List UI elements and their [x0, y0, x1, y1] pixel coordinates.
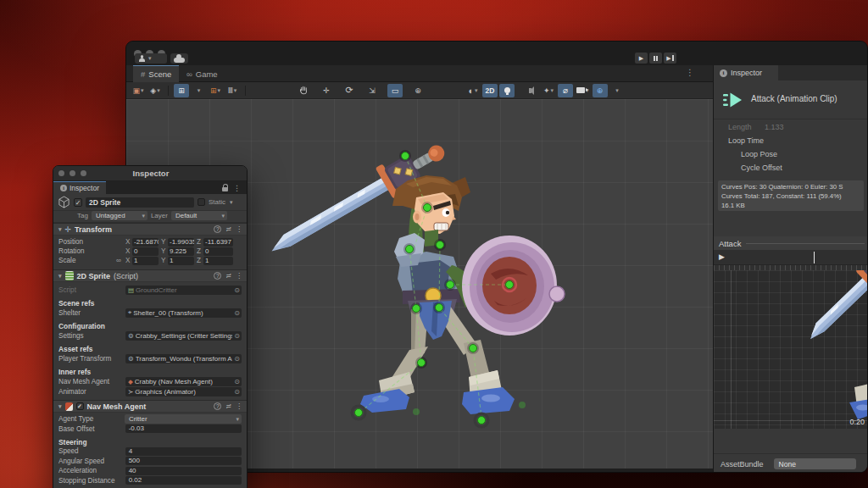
move-tool-button[interactable]: ✛: [319, 84, 334, 97]
account-button[interactable]: ▾: [135, 53, 167, 64]
play-button[interactable]: ▶: [635, 53, 648, 64]
cloud-services-button[interactable]: [170, 53, 188, 64]
stopping-distance-field[interactable]: 0.02: [125, 476, 242, 485]
transform-tool-button[interactable]: ⊕: [410, 84, 426, 97]
navmesh-ref-field[interactable]: ◆ Crabby (Nav Mesh Agent) ⊙: [125, 377, 242, 386]
render-mode-button[interactable]: ▣▾: [131, 84, 146, 97]
angular-speed-field[interactable]: 500: [125, 457, 242, 465]
script-field[interactable]: ▤ GroundCritter ⊙: [125, 286, 242, 295]
gizmos-button[interactable]: ⊕: [593, 84, 608, 97]
snap-increment-button[interactable]: Ⅲ▾: [225, 84, 240, 97]
scene-toolbar: ▣▾ ◈▾ ⊞ ▾ ⊞▾ Ⅲ▾ ✛ ⟳ ⇲ ▭ ⊕ ◐▾ 2D ✦▾ ⌀ ▾ ⊕…: [126, 82, 713, 99]
help-icon[interactable]: ?: [214, 225, 221, 233]
component-menu-icon[interactable]: ⋮: [236, 402, 242, 410]
layer-dropdown[interactable]: Default ▾: [171, 211, 227, 220]
object-picker-icon[interactable]: ⊙: [234, 355, 240, 363]
navmesh-component-header[interactable]: ▾ ✓ Nav Mesh Agent ? ≓ ⋮: [53, 400, 247, 413]
gameobject-cube-icon: [58, 196, 70, 208]
position-z-field[interactable]: -11.6397: [203, 238, 233, 247]
presets-icon[interactable]: ≓: [225, 272, 231, 280]
stopping-distance-row: Stopping Distance 0.02: [53, 476, 247, 486]
object-picker-icon[interactable]: ⊙: [234, 332, 240, 340]
scale-tool-icon: ⇲: [369, 86, 376, 95]
loop-pose-label[interactable]: Loop Pose: [741, 150, 777, 158]
loop-time-label[interactable]: Loop Time: [728, 136, 764, 145]
preview-play-button[interactable]: ▶: [719, 252, 725, 261]
tab-game[interactable]: ∞ Game: [179, 65, 225, 82]
foldout-icon[interactable]: ▾: [58, 273, 62, 280]
component-menu-icon[interactable]: ⋮: [236, 225, 242, 233]
base-offset-field[interactable]: -0.03: [125, 424, 242, 433]
chevron-down-icon[interactable]: ▾: [230, 199, 233, 206]
preview-header[interactable]: Attack: [714, 236, 868, 250]
player-transform-field[interactable]: ⚙ Transform_Wondu (Transform Ar ⊙: [125, 354, 242, 363]
object-picker-icon[interactable]: ⊙: [234, 378, 240, 385]
position-x-field[interactable]: -21.6870: [132, 238, 159, 247]
hand-tool-button[interactable]: [296, 84, 311, 97]
gizmos-options[interactable]: ▾: [609, 84, 625, 97]
cycle-offset-label[interactable]: Cycle Offset: [741, 164, 782, 172]
shading-mode-button[interactable]: ◐▾: [465, 84, 481, 97]
position-y-field[interactable]: -1.99035: [168, 238, 194, 247]
settings-field[interactable]: ⚙ Crabby_Settings (Critter Settings ⊙: [125, 331, 242, 341]
pause-button[interactable]: [649, 53, 662, 64]
scale-link-icon[interactable]: ∞: [116, 257, 125, 264]
agent-type-dropdown[interactable]: Critter ▾: [125, 414, 242, 424]
grid-snap-button[interactable]: ⊞: [174, 84, 189, 97]
chevron-down-icon: ▾: [218, 87, 221, 94]
active-checkbox[interactable]: ✓: [74, 198, 82, 207]
static-checkbox[interactable]: [198, 198, 205, 206]
pane-menu-icon[interactable]: ⋮: [686, 68, 694, 77]
tab-inspector[interactable]: i Inspector: [714, 65, 778, 80]
acceleration-field[interactable]: 40: [125, 467, 242, 475]
shelter-field[interactable]: ⌖ Shelter_00 (Transform) ⊙: [125, 308, 242, 318]
component-menu-icon[interactable]: ⋮: [236, 272, 242, 280]
speed-field[interactable]: 4: [125, 447, 242, 456]
animator-ref-field[interactable]: ≻ Graphics (Animator) ⊙: [125, 387, 242, 396]
scale-y-field[interactable]: 1: [168, 257, 194, 265]
settings-ref-icon: ⚙: [128, 332, 134, 340]
rotation-x-field[interactable]: 0: [132, 247, 159, 256]
scale-x-field[interactable]: 1: [132, 257, 159, 265]
preview-scrubber[interactable]: [814, 252, 815, 263]
help-icon[interactable]: ?: [214, 402, 221, 410]
lock-icon[interactable]: [222, 187, 228, 191]
grid-visibility-button[interactable]: ⊞▾: [208, 84, 223, 97]
tab-scene[interactable]: # Scene: [133, 65, 179, 82]
scene-visibility-button[interactable]: ⌀: [558, 84, 573, 97]
scene-audio-button[interactable]: [524, 84, 539, 97]
rotation-y-field[interactable]: 9.225: [168, 247, 194, 256]
preview-viewport[interactable]: 0:20: [714, 270, 868, 429]
rotate-tool-button[interactable]: ⟳: [342, 84, 357, 97]
presets-icon[interactable]: ≓: [225, 225, 231, 233]
object-picker-icon[interactable]: ⊙: [234, 309, 240, 317]
script-component-header[interactable]: ▾ 2D Sprite (Script) ? ≓ ⋮: [53, 269, 247, 282]
assetbundle-dropdown[interactable]: None: [774, 458, 856, 469]
scene-effects-button[interactable]: ✦▾: [541, 84, 556, 97]
scale-z-field[interactable]: 1: [203, 257, 233, 265]
script-component-subtitle: (Script): [114, 272, 138, 280]
transform-component-header[interactable]: ▾ ✛ Transform ? ≓ ⋮: [53, 223, 247, 236]
gameobject-name-field[interactable]: 2D Sprite: [86, 197, 194, 208]
scale-tool-button[interactable]: ⇲: [364, 84, 380, 97]
rotate-tool-icon: ⟳: [345, 85, 353, 96]
component-enabled-checkbox[interactable]: ✓: [76, 402, 84, 410]
step-button[interactable]: ▶: [664, 53, 676, 64]
rect-tool-button[interactable]: ▭: [387, 84, 403, 97]
tag-dropdown[interactable]: Untagged ▾: [92, 211, 147, 220]
scene-lighting-button[interactable]: [499, 84, 515, 97]
object-picker-icon[interactable]: ⊙: [234, 388, 240, 396]
pane-menu-icon[interactable]: ⋮: [233, 184, 241, 192]
help-icon[interactable]: ?: [214, 272, 221, 280]
camera-settings-button[interactable]: ▾: [575, 84, 591, 97]
rotation-z-field[interactable]: 0: [203, 247, 233, 256]
2d-mode-button[interactable]: 2D: [482, 84, 498, 97]
object-picker-icon[interactable]: ⊙: [234, 286, 240, 294]
floating-window-titlebar[interactable]: Inspector: [53, 166, 247, 181]
view-options-button[interactable]: ◈▾: [147, 84, 163, 97]
foldout-icon[interactable]: ▾: [58, 403, 62, 410]
foldout-icon[interactable]: ▾: [58, 226, 62, 233]
grid-snap-options[interactable]: ▾: [191, 84, 206, 97]
presets-icon[interactable]: ≓: [225, 402, 231, 410]
tab-inspector[interactable]: i Inspector: [53, 181, 106, 194]
